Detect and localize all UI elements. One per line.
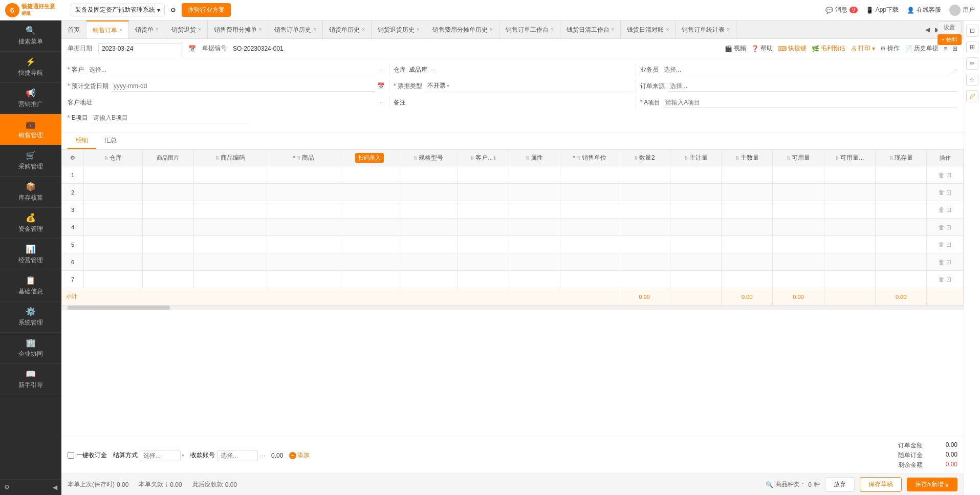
right-panel-btn-1[interactable]: ⊡ xyxy=(966,25,978,37)
add-material-btn[interactable]: + 物料 xyxy=(938,39,962,45)
tab-close-icon12[interactable]: × xyxy=(727,20,730,39)
tab-close-icon2[interactable]: × xyxy=(156,20,159,39)
sidebar-item-basic[interactable]: 📋 基础信息 xyxy=(0,270,61,302)
add-btn[interactable]: + 添加 xyxy=(289,451,310,460)
copy-row-icon-7[interactable]: ⊡ xyxy=(946,276,951,283)
tab-close-icon7[interactable]: × xyxy=(417,20,420,39)
date-input[interactable] xyxy=(98,43,182,54)
cell-qty2-1[interactable] xyxy=(619,166,670,184)
th-warehouse[interactable]: ⇅仓库 xyxy=(83,150,142,166)
right-panel-btn-4[interactable]: ☆ xyxy=(966,74,978,86)
th-spec[interactable]: ⇅规格型号 xyxy=(399,150,458,166)
cell-mainqty-1[interactable] xyxy=(722,166,773,184)
sidebar-collapse-icon[interactable]: ◀ xyxy=(53,484,57,491)
copy-row-icon-6[interactable]: ⊡ xyxy=(946,259,951,266)
delete-row-icon-7[interactable]: 🗑 xyxy=(939,276,945,283)
invoice-type-select[interactable]: 不开票 ▾ xyxy=(425,80,631,92)
tab-refund-history[interactable]: 销货退货历史 × xyxy=(372,20,426,39)
sidebar-item-marketing[interactable]: 📢 营销推广 xyxy=(0,83,61,114)
industry-btn[interactable]: 体验行业方案 xyxy=(182,3,231,17)
tab-expense-split[interactable]: 销售费用分摊单 × xyxy=(208,20,269,39)
sidebar-item-purchase[interactable]: 🛒 采购管理 xyxy=(0,145,61,177)
th-product-code[interactable]: ⇅商品编码 xyxy=(193,150,267,166)
tab-close-icon6[interactable]: × xyxy=(362,20,365,39)
salesperson-dots[interactable]: ··· xyxy=(952,66,957,73)
tab-sales-return[interactable]: 销货单 × xyxy=(129,20,165,39)
tab-close-icon3[interactable]: × xyxy=(198,20,201,39)
cell-attr-1[interactable] xyxy=(509,166,560,184)
right-panel-btn-2[interactable]: ⊞ xyxy=(966,41,978,53)
customer-input[interactable] xyxy=(87,64,377,75)
delete-row-icon-6[interactable]: 🗑 xyxy=(939,259,945,266)
tab-close-icon8[interactable]: × xyxy=(490,20,493,39)
calendar-icon[interactable]: 📅 xyxy=(188,45,196,52)
tab-prev-icon[interactable]: ◀ xyxy=(923,25,932,34)
th-main-qty[interactable]: ⇅主数量 xyxy=(722,150,773,166)
history-btn[interactable]: 📄 历史单据 xyxy=(905,44,939,53)
a-project-input[interactable] xyxy=(663,97,957,108)
profit-btn[interactable]: 🌿 毛利预估 xyxy=(812,44,845,53)
tab-close-icon10[interactable]: × xyxy=(612,20,615,39)
cell-stock-1[interactable] xyxy=(875,166,926,184)
tab-order-history[interactable]: 销售订单历史 × xyxy=(268,20,323,39)
receipt-dots[interactable]: ··· xyxy=(260,452,265,459)
delete-row-icon-4[interactable]: 🗑 xyxy=(939,224,945,231)
th-stock[interactable]: ⇅现存量 xyxy=(875,150,926,166)
cell-warehouse-1[interactable] xyxy=(83,166,142,184)
tab-summary[interactable]: 汇总 xyxy=(96,133,125,149)
tab-expense-history[interactable]: 销售费用分摊单历史 × xyxy=(426,20,499,39)
th-attribute[interactable]: ⇅属性 xyxy=(509,150,560,166)
one-click-checkbox[interactable]: 一键收订金 xyxy=(68,451,107,460)
sidebar-settings-icon[interactable]: ⚙ xyxy=(4,484,10,491)
order-source-input[interactable] xyxy=(668,81,957,92)
sidebar-item-enterprise[interactable]: 🏢 企业协同 xyxy=(0,333,61,364)
address-dots[interactable]: ··· xyxy=(380,99,385,106)
th-qty2[interactable]: ⇅数量2 xyxy=(619,150,670,166)
view-btn[interactable]: 🎬 视频 xyxy=(725,44,746,53)
table-wrapper[interactable]: ⚙ ⇅仓库 商品图片 ⇅商品编码 ⇅商品 扫码录入 ⇅规格型号 ⇅客户... ℹ… xyxy=(61,149,964,437)
sidebar-item-finance[interactable]: 💰 资金管理 xyxy=(0,208,61,239)
tab-detail[interactable]: 明细 xyxy=(68,133,96,149)
sidebar-item-search[interactable]: 🔍 搜索菜单 xyxy=(0,20,61,52)
tab-close-icon5[interactable]: × xyxy=(313,20,316,39)
warehouse-dots[interactable]: ··· xyxy=(430,66,435,73)
system-selector[interactable]: 装备及固定资产辅助管理系统 ▾ xyxy=(71,4,165,16)
copy-row-icon-4[interactable]: ⊡ xyxy=(946,224,951,231)
cell-image-1[interactable] xyxy=(142,166,193,184)
one-click-check[interactable] xyxy=(68,452,74,459)
th-main-unit[interactable]: ⇅主计量 xyxy=(670,150,721,166)
tab-close-icon11[interactable]: × xyxy=(666,20,669,39)
tab-home[interactable]: 首页 xyxy=(61,20,86,39)
cell-spec-1[interactable] xyxy=(399,166,458,184)
cell-custcode-1[interactable] xyxy=(458,166,509,184)
grid-view-btn[interactable]: ⊞ xyxy=(952,45,957,52)
tab-sales-refund[interactable]: 销货退货 × xyxy=(165,20,208,39)
delete-row-icon-5[interactable]: 🗑 xyxy=(939,241,945,248)
cell-product-1[interactable] xyxy=(267,166,340,184)
cell-avail-1[interactable] xyxy=(773,166,824,184)
tab-cash-daily[interactable]: 钱货日清工作台 × xyxy=(560,20,621,39)
settings-icon-btn[interactable]: ⚙ xyxy=(169,5,178,15)
th-product[interactable]: ⇅商品 xyxy=(267,150,340,166)
payment-method-input[interactable] xyxy=(140,450,181,461)
delete-row-icon-1[interactable]: 🗑 xyxy=(939,171,945,179)
cell-barcode-1[interactable] xyxy=(340,166,399,184)
online-service-btn[interactable]: 👤 在线客服 xyxy=(907,6,941,14)
user-btn[interactable]: 用户 xyxy=(949,5,975,16)
tab-order-stats[interactable]: 销售订单统计表 × xyxy=(676,20,736,39)
tab-cash-reconcile[interactable]: 钱货日清对账 × xyxy=(621,20,676,39)
receipt-account-input[interactable] xyxy=(217,450,258,461)
save-new-btn[interactable]: 保存&新增 ∨ xyxy=(907,478,957,491)
tab-return-history[interactable]: 销货单历史 × xyxy=(323,20,372,39)
th-barcode[interactable]: 扫码录入 xyxy=(340,150,399,166)
tab-close-icon9[interactable]: × xyxy=(551,20,554,39)
sidebar-item-quick[interactable]: ⚡ 快捷导航 xyxy=(0,52,61,83)
right-panel-btn-3[interactable]: ✏ xyxy=(966,57,978,70)
cell-code-1[interactable] xyxy=(193,166,267,184)
copy-row-icon-2[interactable]: ⊡ xyxy=(946,189,951,196)
list-view-btn[interactable]: ≡ xyxy=(944,45,947,52)
tab-order-workbench[interactable]: 销售订单工作台 × xyxy=(499,20,560,39)
cell-mainunit-1[interactable] xyxy=(670,166,721,184)
tab-close-icon[interactable]: × xyxy=(119,21,122,39)
sidebar-item-system[interactable]: ⚙️ 系统管理 xyxy=(0,302,61,333)
